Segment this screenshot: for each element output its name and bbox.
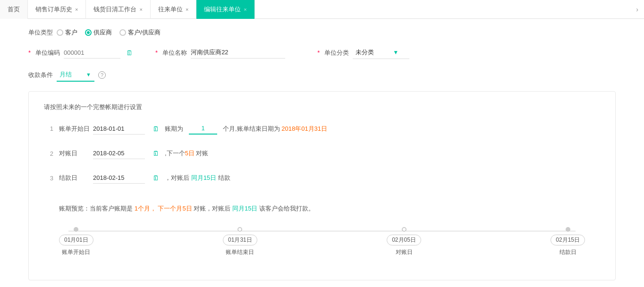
timeline-label-2: 账单结束日 <box>226 248 254 256</box>
timeline-label-4: 结款日 <box>559 248 576 256</box>
preview-part4: 同月15日 <box>232 205 257 212</box>
row-3-calendar-icon[interactable]: 🗓 <box>153 174 159 182</box>
help-icon-label: ? <box>101 72 103 78</box>
unit-fields-row: * 单位编码 🗓 * 单位名称 * 单位分类 未分类 ▼ <box>28 46 616 59</box>
unit-category-required-star: * <box>317 49 320 56</box>
chevron-down-icon: ▼ <box>393 49 398 56</box>
radio-customer-circle <box>57 29 63 36</box>
radio-customer-label: 客户 <box>65 28 77 37</box>
row-1-calendar-icon[interactable]: 🗓 <box>153 125 159 133</box>
timeline-badge-1: 01月01日 <box>59 235 93 245</box>
tab-edit-partner-label: 编辑往来单位 <box>204 5 241 14</box>
row-3-num: 3 <box>44 175 53 182</box>
preview-text: 账期预览：当前客户账期是 1个月， 下一个月5日 对账，对账后 同月15日 该客… <box>59 204 585 213</box>
radio-both[interactable]: 客户/供应商 <box>119 28 161 37</box>
timeline-dot-1 <box>74 227 78 232</box>
tab-partner[interactable]: 往来单位 × <box>151 0 196 19</box>
timeline-point-3: 02月05日 对账日 <box>387 227 421 256</box>
preview-part2: 下一个月5日 <box>158 205 192 212</box>
unit-code-input[interactable] <box>64 47 120 59</box>
row-1-suffix: 账期为 <box>165 125 183 133</box>
unit-code-label: 单位编码 <box>35 49 60 57</box>
setting-row-2: 2 对账日 🗓 ,下一个5日 对账 <box>44 148 600 159</box>
period-input[interactable] <box>189 123 217 135</box>
preview-part3: 对账，对账后 <box>194 205 230 212</box>
row-2-num: 2 <box>44 150 53 157</box>
row-3-date-input[interactable] <box>93 172 145 184</box>
settings-box: 请按照未来的一个完整帐期进行设置 1 账单开始日 🗓 账期为 个月,账单结束日期… <box>28 91 616 280</box>
unit-name-label: 单位名称 <box>162 49 187 57</box>
timeline-container: 01月01日 账单开始日 01月31日 账单结束日 02月05日 对账日 <box>59 222 585 261</box>
timeline-badge-4: 02月15日 <box>551 235 585 245</box>
tab-home[interactable]: 首页 <box>0 0 28 19</box>
timeline-dot-2 <box>237 227 242 232</box>
unit-code-calendar-icon[interactable]: 🗓 <box>126 49 133 57</box>
payment-condition-row: 收款条件 月结 ▼ ? <box>28 68 616 82</box>
tab-cash-work[interactable]: 钱货日清工作台 × <box>86 0 150 19</box>
unit-type-radio-group: 客户 供应商 客户/供应商 <box>57 28 161 37</box>
row-1-field: 账单开始日 <box>59 125 87 133</box>
settings-title: 请按照未来的一个完整帐期进行设置 <box>44 103 600 111</box>
preview-part1: 1个月， <box>135 205 156 212</box>
timeline-badge-2: 01月31日 <box>223 235 257 245</box>
preview-label: 账期预览：当前客户账期是 <box>59 205 133 212</box>
radio-supplier-circle <box>85 29 92 36</box>
timeline-dot-4 <box>566 227 570 232</box>
row-2-calendar-icon[interactable]: 🗓 <box>153 150 159 157</box>
row-3-desc: ，对账后 同月15日 结款 <box>165 174 230 182</box>
payment-dropdown-arrow: ▼ <box>86 72 91 77</box>
payment-condition-select[interactable]: 月结 ▼ <box>57 68 94 82</box>
unit-type-label: 单位类型 <box>28 28 53 37</box>
row-3-field: 结款日 <box>59 174 87 182</box>
row-3-highlight: 同月15日 <box>191 174 216 181</box>
radio-customer[interactable]: 客户 <box>57 28 77 37</box>
tabs-bar: 首页 销售订单历史 × 钱货日清工作台 × 往来单位 × 编辑往来单位 × › <box>0 0 644 19</box>
tabs-scroll-arrow[interactable]: › <box>630 6 644 13</box>
tab-sales-history[interactable]: 销售订单历史 × <box>28 0 86 19</box>
unit-category-dropdown[interactable]: 未分类 ▼ <box>353 46 409 59</box>
unit-name-input[interactable] <box>191 47 285 59</box>
unit-name-required-star: * <box>155 49 158 56</box>
radio-supplier-label: 供应商 <box>93 28 112 37</box>
timeline-label-3: 对账日 <box>396 248 413 256</box>
radio-both-label: 客户/供应商 <box>128 28 161 37</box>
row-1-date-input[interactable] <box>93 123 145 135</box>
tab-cash-work-close[interactable]: × <box>139 7 142 12</box>
payment-condition-value: 月结 <box>59 70 72 79</box>
setting-row-1: 1 账单开始日 🗓 账期为 个月,账单结束日期为 2018年01月31日 <box>44 123 600 135</box>
timeline-point-2: 01月31日 账单结束日 <box>223 227 257 256</box>
preview-section: 账期预览：当前客户账期是 1个月， 下一个月5日 对账，对账后 同月15日 该客… <box>44 197 600 269</box>
setting-row-3: 3 结款日 🗓 ，对账后 同月15日 结款 <box>44 172 600 184</box>
timeline-point-4: 02月15日 结款日 <box>551 227 585 256</box>
row-1-num: 1 <box>44 125 53 132</box>
timeline-point-1: 01月01日 账单开始日 <box>59 227 93 256</box>
unit-category-label: 单位分类 <box>324 49 349 57</box>
tab-home-label: 首页 <box>8 5 20 14</box>
row-1-period-end: 2018年01月31日 <box>281 125 327 132</box>
preview-part5: 该客户会给我打款。 <box>259 205 314 212</box>
radio-both-circle <box>119 29 126 36</box>
row-1-period-unit: 个月,账单结束日期为 2018年01月31日 <box>223 125 327 133</box>
radio-supplier[interactable]: 供应商 <box>85 28 112 37</box>
tab-edit-partner-close[interactable]: × <box>244 7 246 12</box>
page-content: 单位类型 客户 供应商 客户/供应商 * 单位编码 🗓 * 单位名称 <box>0 19 644 287</box>
tab-edit-partner[interactable]: 编辑往来单位 × <box>196 0 254 19</box>
unit-type-row: 单位类型 客户 供应商 客户/供应商 <box>28 28 616 37</box>
tab-sales-history-label: 销售订单历史 <box>35 5 72 14</box>
timeline-label-1: 账单开始日 <box>62 248 90 256</box>
payment-help-icon[interactable]: ? <box>98 71 106 79</box>
row-2-date-input[interactable] <box>93 148 145 159</box>
row-2-highlight: 5日 <box>185 150 195 157</box>
tab-sales-history-close[interactable]: × <box>75 7 78 12</box>
tab-partner-close[interactable]: × <box>186 7 188 12</box>
row-2-field: 对账日 <box>59 149 87 158</box>
timeline-points: 01月01日 账单开始日 01月31日 账单结束日 02月05日 对账日 <box>59 227 585 256</box>
unit-category-value: 未分类 <box>356 48 374 57</box>
tab-cash-work-label: 钱货日清工作台 <box>93 5 136 14</box>
row-2-desc: ,下一个5日 对账 <box>165 149 208 158</box>
timeline-dot-3 <box>402 227 407 232</box>
payment-condition-label: 收款条件 <box>28 71 53 79</box>
tab-partner-label: 往来单位 <box>158 5 183 14</box>
timeline-badge-3: 02月05日 <box>387 235 421 245</box>
unit-code-required-star: * <box>28 49 31 56</box>
